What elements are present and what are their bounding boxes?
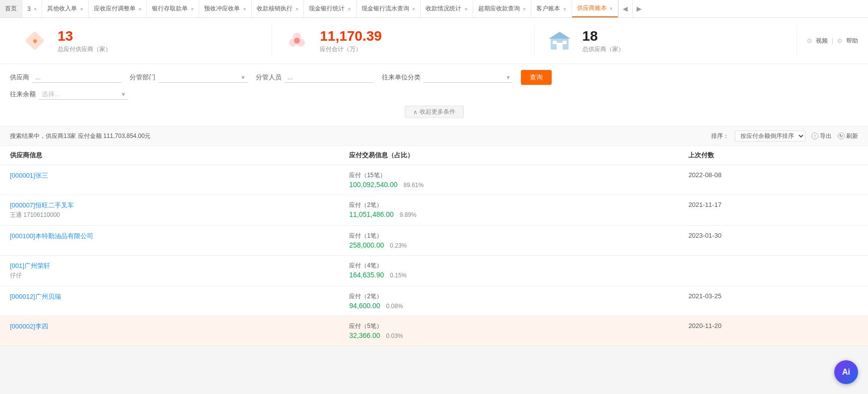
supplier-link[interactable]: [000001]张三	[10, 172, 48, 179]
nav-receipt-stat[interactable]: 收款情况统计 ×	[421, 0, 473, 17]
txn-pct: 0.08%	[386, 303, 403, 310]
supplier-link[interactable]: [000100]本特勤油品有限公司	[10, 232, 93, 240]
balance-filter-label: 往来余额	[10, 90, 36, 99]
close-icon[interactable]: ×	[295, 6, 298, 12]
category-select[interactable]	[424, 72, 513, 83]
close-icon[interactable]: ×	[34, 6, 37, 12]
collapse-button[interactable]: ∧ 收起更多条件	[405, 106, 464, 118]
supplier-link[interactable]: [000007]恒旺二手叉车	[10, 201, 74, 209]
close-icon[interactable]: ×	[348, 6, 351, 12]
nav-home[interactable]: 首页	[0, 0, 22, 17]
nav-customer-ledger[interactable]: 客户账本 ×	[531, 0, 572, 17]
close-icon[interactable]: ×	[563, 6, 566, 12]
nav-home-label: 首页	[5, 4, 17, 13]
nav-overdue-ar[interactable]: 超期应收款查询 ×	[473, 0, 531, 17]
supplier-sub: 仔仔	[10, 271, 349, 280]
close-icon[interactable]: ×	[412, 6, 415, 12]
nav-ar-ap-adjust[interactable]: 应收应付调整单 ×	[89, 0, 147, 17]
close-icon[interactable]: ×	[464, 6, 467, 12]
nav-customer-ledger-label: 客户账本	[536, 4, 560, 13]
total-payable-value: 11,170.39	[320, 28, 382, 45]
svg-text:◆: ◆	[33, 37, 38, 44]
last-pay-date: 2022-08-08	[688, 171, 722, 179]
txn-amount: 164,635.90	[349, 271, 384, 279]
balance-select[interactable]: 选择...	[39, 89, 128, 100]
supplier-filter-label: 供应商	[10, 73, 29, 82]
supplier-link[interactable]: [000012]广州贝瑞	[10, 293, 61, 300]
nav-bank-deposit[interactable]: 银行存取款单 ×	[147, 0, 199, 17]
video-link[interactable]: 视频	[816, 37, 828, 45]
close-icon[interactable]: ×	[610, 5, 613, 11]
results-summary-text: 搜索结果中，供应商13家 应付金额 111,703,854.00元	[10, 132, 150, 140]
refresh-label: 刷新	[846, 132, 858, 140]
filter-dept: 分管部门 ▼	[130, 72, 248, 83]
txn-label: 应付（5笔）	[349, 322, 688, 330]
top-right-links: ⊙ 视频 | ⊙ 帮助	[797, 37, 858, 45]
nav-prepay-offset-label: 预收冲应收单	[204, 4, 240, 13]
circle-icon2: ⊙	[837, 37, 842, 44]
filter-category: 往来单位分类 ▼	[382, 72, 513, 83]
supplier-cell: [000007]恒旺二手叉车 王通 17106110000	[10, 201, 349, 219]
table-row: [000001]张三 应付（15笔） 100,092,540.00 89.61%…	[0, 165, 868, 195]
close-icon[interactable]: ×	[191, 6, 194, 12]
txn-pct: 0.23%	[390, 242, 407, 249]
nav-prev-btn[interactable]: ◀	[618, 0, 632, 17]
txn-pct: 0.03%	[386, 332, 403, 339]
txn-row: 11,051,486.00 9.89%	[349, 209, 688, 218]
dept-filter-label: 分管部门	[130, 73, 155, 82]
txn-pct: 89.61%	[404, 182, 424, 189]
supplier-link[interactable]: [001]广州荣轩	[10, 262, 50, 269]
txn-label: 应付（2笔）	[349, 201, 688, 209]
last-pay-date: 2020-11-20	[688, 322, 722, 329]
summary-info-total-payable: 11,170.39 应付合计（万）	[320, 28, 382, 54]
close-icon[interactable]: ×	[139, 6, 142, 12]
nav-tab3[interactable]: 3 ×	[22, 0, 42, 17]
dept-select[interactable]	[158, 72, 248, 83]
divider: |	[832, 37, 833, 44]
refresh-button[interactable]: ↻ 刷新	[838, 132, 858, 140]
summary-bar: ◆ 13 总应付供应商（家） 11,170.39 应付合计（万）	[0, 18, 868, 64]
txn-label: 应付（4笔）	[349, 262, 688, 270]
close-icon[interactable]: ×	[243, 6, 246, 12]
txn-row: 100,092,540.00 89.61%	[349, 180, 688, 189]
last-pay-date: 2023-01-30	[688, 232, 722, 239]
nav-cash-bank-stat[interactable]: 现金银行统计 ×	[304, 0, 356, 17]
summary-card-total-suppliers: 18 总供应商（家）	[535, 26, 797, 56]
last-pay-date: 2021-11-17	[688, 201, 722, 208]
nav-supplier-ledger[interactable]: 供应商账本 ×	[572, 0, 618, 17]
export-button[interactable]: ↑ 导出	[811, 132, 832, 140]
sort-select[interactable]: 按应付余额倒序排序	[735, 131, 805, 141]
total-payable-label: 应付合计（万）	[320, 45, 382, 54]
person-input[interactable]	[285, 72, 374, 83]
nav-prepay-offset[interactable]: 预收冲应收单 ×	[199, 0, 251, 17]
total-payable-suppliers-value: 13	[58, 28, 111, 45]
close-icon[interactable]: ×	[80, 6, 83, 12]
last-pay-cell: 2022-08-08	[688, 171, 858, 179]
close-icon[interactable]: ×	[523, 6, 526, 12]
query-button[interactable]: 查询	[521, 70, 552, 85]
total-suppliers-value: 18	[582, 28, 624, 45]
table-row: [000007]恒旺二手叉车 王通 17106110000 应付（2笔） 11,…	[0, 195, 868, 226]
nav-other-income[interactable]: 其他收入单 ×	[42, 0, 88, 17]
supplier-link[interactable]: [000002]李四	[10, 323, 48, 330]
flower-icon	[282, 26, 312, 56]
last-pay-cell: 2023-01-30	[688, 232, 858, 239]
svg-rect-8	[557, 43, 563, 50]
nav-next-btn[interactable]: ▶	[632, 0, 646, 17]
col-last-pay: 上次付数	[688, 151, 858, 160]
filter-balance: 往来余额 选择... ▼	[10, 89, 128, 100]
nav-payment-verify[interactable]: 收款核销执行 ×	[252, 0, 304, 17]
txn-row: 32,366.00 0.03%	[349, 330, 688, 339]
nav-cash-bank-flow[interactable]: 现金银行流水查询 ×	[357, 0, 421, 17]
category-filter-label: 往来单位分类	[382, 73, 421, 82]
supplier-input[interactable]	[32, 72, 122, 83]
help-link[interactable]: 帮助	[846, 37, 858, 45]
results-bar: 搜索结果中，供应商13家 应付金额 111,703,854.00元 排序： 按应…	[0, 127, 868, 146]
nav-cash-bank-flow-label: 现金银行流水查询	[362, 4, 409, 13]
supplier-cell: [001]广州荣轩 仔仔	[10, 262, 349, 280]
collapse-bar: ∧ 收起更多条件	[10, 104, 858, 120]
txn-label: 应付（2笔）	[349, 292, 688, 301]
nav-payment-verify-label: 收款核销执行	[257, 4, 292, 13]
nav-cash-bank-stat-label: 现金银行统计	[309, 4, 345, 13]
table-row: [000100]本特勤油品有限公司 应付（1笔） 258,000.00 0.23…	[0, 226, 868, 256]
